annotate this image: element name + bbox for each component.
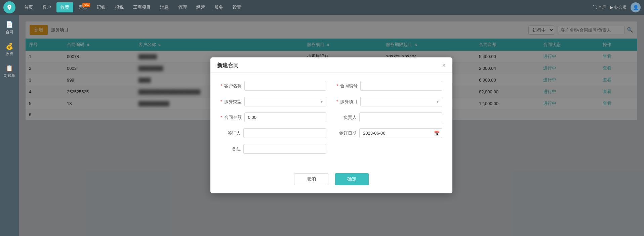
calendar-icon[interactable]: 📅 bbox=[434, 131, 440, 136]
sidebar-item-contract-label: 合同 bbox=[6, 30, 13, 35]
billing-icon: 💰 bbox=[6, 43, 13, 50]
modal-overlay: 新建合同 × * 客户名称 bbox=[19, 15, 644, 236]
field-sign-date: 签订日期 📅 bbox=[336, 128, 442, 138]
required-star-4: * bbox=[336, 99, 338, 104]
nav-account[interactable]: 记账 bbox=[93, 2, 110, 12]
fullscreen-label: 全屏 bbox=[598, 5, 606, 10]
label-customer-name: * 客户名称 bbox=[220, 83, 242, 89]
select-service-item[interactable] bbox=[360, 97, 442, 106]
fullscreen-button[interactable]: ⛶ 全屏 bbox=[593, 5, 606, 10]
nav-home[interactable]: 首页 bbox=[20, 2, 37, 12]
reconcile-icon: 📋 bbox=[6, 64, 13, 72]
label-service-type: * 服务类型 bbox=[220, 99, 242, 105]
field-amount: * 合同金额 bbox=[220, 112, 326, 122]
cancel-button[interactable]: 取消 bbox=[294, 173, 328, 185]
label-sign-date: 签订日期 bbox=[336, 130, 357, 136]
nav-manage[interactable]: 管理 bbox=[174, 2, 191, 12]
modal-close-button[interactable]: × bbox=[442, 62, 446, 69]
nav-ticket[interactable]: 票据 new bbox=[75, 2, 91, 12]
top-nav-right: ⛶ 全屏 ▶ 畅会员 👤 bbox=[593, 2, 641, 12]
field-contract-no: * 合同编号 bbox=[336, 81, 442, 91]
sidebar: 📄 合同 💰 收费 📋 对账单 bbox=[0, 15, 19, 236]
new-badge: new bbox=[82, 3, 90, 7]
required-star-3: * bbox=[220, 99, 222, 104]
new-contract-modal: 新建合同 × * 客户名称 bbox=[210, 57, 452, 193]
label-amount: * 合同金额 bbox=[220, 114, 242, 121]
modal-body: * 客户名称 * 合同编号 bbox=[210, 73, 452, 168]
input-responsible[interactable] bbox=[359, 112, 442, 122]
input-amount[interactable] bbox=[244, 112, 326, 122]
modal-title: 新建合同 bbox=[217, 62, 239, 69]
form-row-1: * 客户名称 * 合同编号 bbox=[220, 81, 442, 91]
confirm-button[interactable]: 确定 bbox=[335, 173, 369, 185]
field-responsible: 负责人 bbox=[336, 112, 442, 122]
service-item-select-wrapper: ▼ bbox=[360, 97, 442, 106]
app-logo bbox=[3, 1, 15, 13]
nav-items: 首页 客户 收费 票据 new 记账 报税 工商项目 消息 管理 经营 服务 设… bbox=[20, 2, 593, 12]
label-contract-no: * 合同编号 bbox=[336, 83, 358, 89]
form-row-3: * 合同金额 负责人 bbox=[220, 112, 442, 122]
form-row-2: * 服务类型 ▼ * bbox=[220, 97, 442, 106]
avatar[interactable]: 👤 bbox=[631, 2, 641, 12]
sidebar-item-reconcile[interactable]: 📋 对账单 bbox=[1, 62, 18, 81]
label-signer: 签订人 bbox=[220, 130, 241, 136]
input-remark[interactable] bbox=[243, 144, 326, 154]
label-responsible: 负责人 bbox=[336, 114, 357, 121]
input-signer[interactable] bbox=[243, 128, 326, 138]
nav-message[interactable]: 消息 bbox=[156, 2, 173, 12]
sidebar-item-billing[interactable]: 💰 收费 bbox=[1, 40, 18, 59]
service-type-select-wrapper: ▼ bbox=[244, 97, 326, 106]
modal-header: 新建合同 × bbox=[210, 57, 452, 73]
label-service-item: * 服务项目 bbox=[336, 99, 358, 105]
fullscreen-icon: ⛶ bbox=[593, 5, 597, 10]
select-service-type[interactable] bbox=[244, 97, 326, 106]
nav-tax[interactable]: 报税 bbox=[111, 2, 128, 12]
input-customer-name[interactable] bbox=[244, 81, 326, 91]
modal-footer: 取消 确定 bbox=[210, 168, 452, 193]
nav-customer[interactable]: 客户 bbox=[38, 2, 55, 12]
member-button[interactable]: ▶ 畅会员 bbox=[610, 5, 627, 10]
contract-icon: 📄 bbox=[6, 21, 13, 28]
field-customer-name: * 客户名称 bbox=[220, 81, 326, 91]
field-service-type: * 服务类型 ▼ bbox=[220, 97, 326, 106]
form-row-5: 备注 bbox=[220, 144, 442, 154]
required-star: * bbox=[220, 83, 222, 88]
member-icon: ▶ bbox=[610, 5, 613, 10]
input-contract-no[interactable] bbox=[360, 81, 442, 91]
label-remark: 备注 bbox=[220, 146, 241, 152]
member-label: 畅会员 bbox=[614, 5, 627, 10]
sidebar-item-reconcile-label: 对账单 bbox=[4, 73, 15, 78]
form-row-4: 签订人 签订日期 📅 bbox=[220, 128, 442, 138]
content-area: 新增 服务项目 进行中 已完成 已终止 全部 🔍 序号 bbox=[19, 15, 644, 236]
date-field-sign: 📅 bbox=[359, 128, 442, 138]
top-navigation: 首页 客户 收费 票据 new 记账 报税 工商项目 消息 管理 经营 服务 设… bbox=[0, 0, 644, 15]
nav-operation[interactable]: 经营 bbox=[192, 2, 209, 12]
field-service-item: * 服务项目 ▼ bbox=[336, 97, 442, 106]
nav-settings[interactable]: 设置 bbox=[229, 2, 245, 12]
nav-invoice[interactable]: 收费 bbox=[56, 2, 73, 12]
required-star-5: * bbox=[220, 115, 222, 120]
sidebar-item-billing-label: 收费 bbox=[6, 51, 13, 56]
required-star-2: * bbox=[336, 83, 338, 88]
main-layout: 📄 合同 💰 收费 📋 对账单 新增 服务项目 进行中 已完成 已终止 bbox=[0, 15, 644, 236]
field-remark: 备注 bbox=[220, 144, 326, 154]
field-signer: 签订人 bbox=[220, 128, 326, 138]
nav-business[interactable]: 工商项目 bbox=[129, 2, 155, 12]
sidebar-item-contract[interactable]: 📄 合同 bbox=[1, 18, 18, 37]
nav-service[interactable]: 服务 bbox=[210, 2, 227, 12]
input-sign-date[interactable] bbox=[359, 128, 442, 138]
